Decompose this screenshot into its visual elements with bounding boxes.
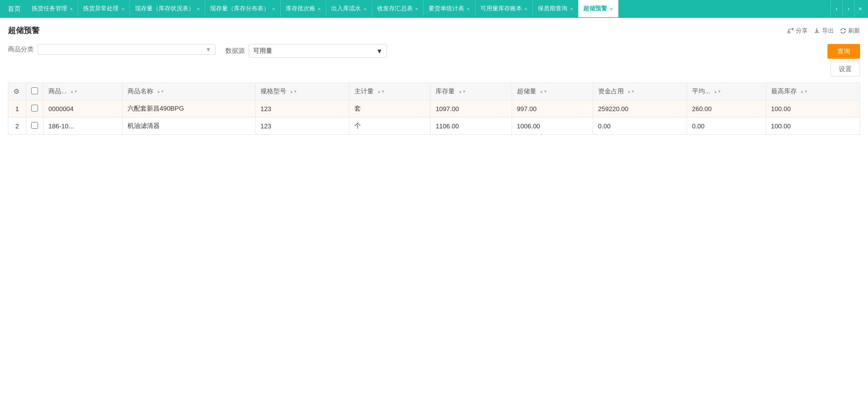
cell-stock-1: 1106.00 [431, 118, 512, 135]
nav-tab-7[interactable]: 要货单统计表 × [424, 0, 475, 17]
nav-arrow-close[interactable]: × [854, 0, 866, 18]
refresh-icon [840, 28, 846, 34]
cell-product-name-0: 六配套新昌490BPG [122, 100, 255, 118]
nav-tab-close-7[interactable]: × [467, 6, 470, 12]
nav-tab-label-3: 现存量（库存分布表） [210, 4, 269, 13]
cell-spec-0: 123 [256, 100, 349, 118]
th-settings[interactable]: ⚙ [8, 83, 26, 100]
export-button[interactable]: 导出 [814, 27, 834, 35]
nav-arrow-right[interactable]: › [842, 0, 854, 18]
th-max-stock[interactable]: 最高库存 ▲▼ [766, 83, 860, 100]
nav-tab-10[interactable]: 超储预警 × [578, 0, 618, 17]
th-product-name[interactable]: 商品名称 ▲▼ [122, 83, 255, 100]
nav-tab-4[interactable]: 库存批次账 × [281, 0, 326, 17]
nav-tab-0[interactable]: 拣货任务管理 × [27, 0, 78, 17]
th-stock-label: 库存量 [435, 87, 455, 95]
nav-tab-1[interactable]: 拣货异常处理 × [78, 0, 130, 17]
nav-tab-3[interactable]: 现存量（库存分布表） × [205, 0, 280, 17]
share-icon [787, 28, 794, 34]
cell-unit-1: 个 [349, 118, 431, 135]
cell-spec-1: 123 [256, 118, 349, 135]
nav-tab-close-4[interactable]: × [318, 6, 321, 12]
nav-tab-8[interactable]: 可用量库存账本 × [476, 0, 533, 17]
top-nav: 首页 拣货任务管理 × 拣货异常处理 × 现存量（库存状况表） × 现存量（库存… [0, 0, 868, 18]
sort-icon-capital: ▲▼ [627, 90, 635, 94]
nav-tab-6[interactable]: 收发存汇总表 × [372, 0, 424, 17]
th-unit[interactable]: 主计量 ▲▼ [349, 83, 431, 100]
th-overstock[interactable]: 超储量 ▲▼ [512, 83, 593, 100]
nav-tab-close-6[interactable]: × [415, 6, 418, 12]
category-dropdown-icon: ▼ [206, 46, 211, 52]
nav-tab-label-2: 现存量（库存状况表） [135, 4, 194, 13]
category-label: 商品分类 [8, 45, 34, 54]
export-label: 导出 [822, 27, 834, 35]
nav-tab-close-0[interactable]: × [70, 6, 73, 12]
nav-tab-close-8[interactable]: × [524, 6, 527, 12]
th-spec[interactable]: 规格型号 ▲▼ [256, 83, 349, 100]
nav-tab-close-1[interactable]: × [121, 6, 124, 12]
th-avg-label: 平均... [692, 87, 710, 95]
sort-icon-product-code: ▲▼ [70, 90, 78, 94]
export-icon [814, 28, 820, 34]
table-header-row: ⚙ 商品... ▲▼ 商品名称 ▲▼ 规格型号 ▲▼ 主计 [8, 83, 860, 100]
datasource-select[interactable]: 可用量 ▼ [249, 44, 387, 58]
sort-icon-unit: ▲▼ [377, 90, 385, 94]
cell-avg-1: 0.00 [687, 118, 766, 135]
nav-tab-label-8: 可用量库存账本 [480, 4, 522, 13]
share-button[interactable]: 分享 [787, 27, 808, 35]
nav-tab-label-5: 出入库流水 [331, 4, 361, 13]
nav-tab-9[interactable]: 保质期查询 × [533, 0, 578, 17]
cell-capital-1: 0.00 [593, 118, 687, 135]
nav-tab-close-5[interactable]: × [363, 6, 366, 12]
category-select[interactable]: ▼ [38, 44, 216, 55]
row-checkbox-0[interactable] [26, 100, 43, 118]
th-capital[interactable]: 资金占用 ▲▼ [593, 83, 687, 100]
nav-tab-close-3[interactable]: × [272, 6, 275, 12]
query-button[interactable]: 查询 [827, 44, 860, 59]
th-product-code-label: 商品... [48, 87, 67, 95]
datasource-dropdown-icon: ▼ [376, 47, 383, 55]
th-product-code[interactable]: 商品... ▲▼ [43, 83, 123, 100]
data-table: ⚙ 商品... ▲▼ 商品名称 ▲▼ 规格型号 ▲▼ 主计 [8, 82, 860, 135]
nav-tab-label-1: 拣货异常处理 [83, 4, 119, 13]
settings-button[interactable]: 设置 [830, 62, 860, 77]
sort-icon-spec: ▲▼ [290, 90, 298, 94]
row-select-1[interactable] [31, 122, 38, 129]
nav-arrows: ‹ › × [830, 0, 866, 18]
th-stock[interactable]: 库存量 ▲▼ [431, 83, 512, 100]
th-checkbox[interactable] [26, 83, 43, 100]
row-num-0: 1 [8, 100, 26, 118]
th-spec-label: 规格型号 [260, 87, 286, 95]
cell-stock-0: 1097.00 [431, 100, 512, 118]
row-num-1: 2 [8, 118, 26, 135]
nav-tab-close-2[interactable]: × [197, 6, 200, 12]
main-content: 超储预警 分享 导出 [0, 18, 868, 395]
row-checkbox-1[interactable] [26, 118, 43, 135]
nav-tab-close-10[interactable]: × [609, 6, 612, 12]
cell-product-name-1: 机油滤清器 [122, 118, 255, 135]
nav-tab-label-4: 库存批次账 [286, 4, 315, 13]
nav-tab-close-9[interactable]: × [570, 6, 573, 12]
cell-product-code-1: 186-10... [43, 118, 123, 135]
cell-avg-0: 260.00 [687, 100, 766, 118]
nav-tab-label-10: 超储预警 [583, 4, 607, 13]
th-capital-label: 资金占用 [598, 87, 624, 95]
nav-tab-2[interactable]: 现存量（库存状况表） × [130, 0, 205, 17]
th-avg[interactable]: 平均... ▲▼ [687, 83, 766, 100]
cell-max-stock-1: 100.00 [766, 118, 860, 135]
nav-tab-label-6: 收发存汇总表 [377, 4, 413, 13]
nav-tab-label-7: 要货单统计表 [429, 4, 464, 13]
th-max-stock-label: 最高库存 [771, 87, 797, 95]
page-header: 超储预警 分享 导出 [8, 26, 860, 36]
nav-tab-5[interactable]: 出入库流水 × [326, 0, 372, 17]
select-all-checkbox[interactable] [31, 87, 38, 94]
cell-overstock-0: 997.00 [512, 100, 593, 118]
sort-icon-stock: ▲▼ [458, 90, 466, 94]
nav-arrow-left[interactable]: ‹ [830, 0, 842, 18]
datasource-label: 数据源 [225, 46, 245, 55]
nav-home[interactable]: 首页 [2, 4, 27, 13]
refresh-button[interactable]: 刷新 [840, 27, 860, 35]
th-product-name-label: 商品名称 [128, 87, 153, 95]
settings-gear-icon[interactable]: ⚙ [13, 87, 20, 95]
row-select-0[interactable] [31, 105, 38, 112]
